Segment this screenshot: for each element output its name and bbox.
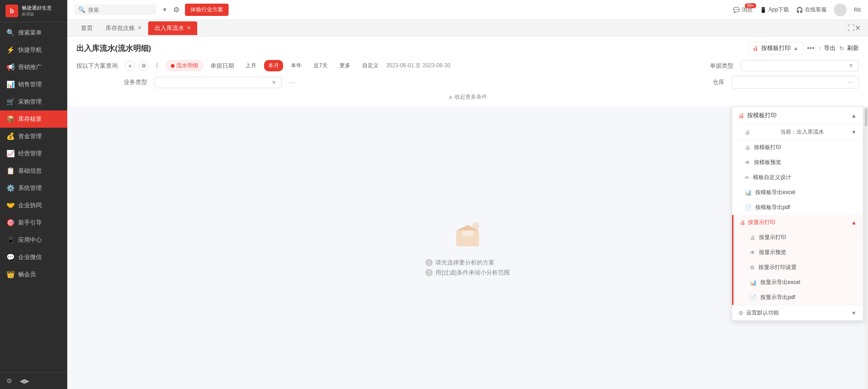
crown-icon: 👑: [6, 270, 15, 279]
dropdown-current-item[interactable]: 🖨 当前：出入库流水 ▼: [732, 125, 863, 140]
cart-icon: 🛒: [6, 98, 15, 106]
chevron-up-icon: ▲: [793, 45, 798, 51]
date-btn-last-month[interactable]: 上月: [241, 60, 260, 71]
warehouse-label: 仓库: [713, 78, 724, 86]
print-template-dropdown[interactable]: 🖨 按模板打印 ▲: [748, 42, 803, 55]
gear-icon: ⚙️: [6, 184, 15, 192]
online-service-btn[interactable]: 🎧 在线客服: [796, 6, 827, 14]
dropdown-template-excel[interactable]: 📊 按模板导出excel: [732, 185, 863, 200]
tip-text-2: 用[过滤]条件来缩小分析范围: [435, 269, 509, 277]
sidebar: b 畅捷通好生意 标准版 🔍 搜索菜单 ⚡ 快捷导航 📢 营销推广 📊 销售管理…: [0, 0, 67, 389]
doc-type-label: 单据类型: [710, 62, 733, 70]
trial-btn[interactable]: 体验行业方案: [185, 4, 229, 16]
collapse-btn[interactable]: ∧ 收起更多条件: [76, 93, 859, 101]
dropdown-template-custom[interactable]: ✏ 模板自定义设计: [732, 170, 863, 185]
date-btn-7days[interactable]: 近7天: [309, 60, 332, 71]
app-download-btn[interactable]: 📱 App下载: [760, 6, 789, 14]
sidebar-item-member[interactable]: 👑 畅会员: [0, 266, 67, 283]
biz-type-more-btn[interactable]: ···: [289, 78, 296, 87]
box-icon: 📦: [6, 115, 15, 123]
sidebar-item-finance[interactable]: 💰 资金管理: [0, 128, 67, 145]
dropdown-footer[interactable]: ⚙ 设置默认功能 ▼: [732, 305, 863, 320]
dropdown-collapse-arrow[interactable]: ▲: [851, 112, 857, 119]
sidebar-nav: 🔍 搜索菜单 ⚡ 快捷导航 📢 营销推广 📊 销售管理 🛒 采购管理 📦 库存核…: [0, 22, 67, 372]
sidebar-item-newguide[interactable]: 🎯 新手引导: [0, 214, 67, 231]
message-btn[interactable]: 💬 消息 99+: [733, 6, 753, 14]
right-scrollbar[interactable]: [864, 106, 868, 389]
sidebar-item-wechat[interactable]: 💬 企业微信: [0, 249, 67, 266]
topbar-dropdown-arrow[interactable]: ▼: [162, 6, 168, 13]
sidebar-item-appcenter[interactable]: 📱 应用中心: [0, 231, 67, 249]
filter-settings-btn[interactable]: ⚙: [139, 61, 149, 71]
dropdown-display-print[interactable]: 🖨 按显示打印: [733, 230, 863, 245]
doc-type-select[interactable]: ▼: [741, 60, 859, 71]
tab-flow[interactable]: 出入库流水 ✕: [148, 21, 197, 35]
tab-batch-close[interactable]: ✕: [138, 25, 142, 31]
preview-item-icon: 👁: [745, 160, 750, 166]
page-header: 出入库流水(流水明细) 🖨 按模板打印 ▲ ••• ↑ 导出 ↻ 刷新: [67, 36, 868, 55]
refresh-btn[interactable]: ↻ 刷新: [839, 44, 859, 52]
filter-row-1: 按以下方案查询 + ⚙ 《 流水明细 单据日期 上月 本月 本年 近7天 更多 …: [76, 60, 859, 71]
sidebar-settings-btn[interactable]: ⚙: [6, 377, 12, 384]
tab-home[interactable]: 首页: [75, 21, 99, 35]
display-pdf-icon: 📄: [750, 294, 757, 301]
dropdown-display-pdf[interactable]: 📄 按显示导出pdf: [733, 290, 863, 305]
restore-btn[interactable]: ✕: [855, 24, 861, 32]
dropdown-display-settings[interactable]: ⚙ 按显示打印设置: [733, 260, 863, 275]
search-input[interactable]: [88, 7, 143, 13]
print-template-label: 按模板打印: [761, 44, 791, 52]
warehouse-select[interactable]: ···: [732, 76, 859, 89]
sidebar-item-label: 采购管理: [18, 98, 42, 106]
export-btn[interactable]: ↑ 导出: [818, 44, 836, 52]
display-excel-icon: 📊: [750, 279, 757, 286]
date-filter: 上月 本月 本年 近7天 更多 自定义 2023-06-01 至 2023-06…: [241, 60, 703, 71]
design-item-icon: ✏: [745, 175, 749, 181]
filter-add-btn[interactable]: +: [125, 61, 135, 71]
maximize-btn[interactable]: ⛶: [848, 24, 855, 32]
biz-type-select[interactable]: ▼: [155, 77, 282, 88]
dropdown-template-preview[interactable]: 👁 按模板预览: [732, 155, 863, 170]
topbar-gear-icon[interactable]: ⚙: [173, 5, 180, 14]
tab-flow-close[interactable]: ✕: [187, 25, 191, 31]
dropdown-display-header[interactable]: 🖨 按显示打印 ▲: [733, 215, 863, 230]
date-btn-custom[interactable]: 自定义: [358, 60, 383, 71]
phone-download-icon: 📱: [760, 7, 767, 13]
sidebar-item-quicknav[interactable]: ⚡ 快捷导航: [0, 41, 67, 59]
sidebar-collapse-btn[interactable]: ◀▶: [20, 377, 30, 384]
app-logo-icon: b: [5, 5, 18, 17]
sidebar-item-search[interactable]: 🔍 搜索菜单: [0, 24, 67, 41]
sidebar-item-label: 经营管理: [18, 150, 42, 158]
more-btn[interactable]: •••: [807, 44, 815, 52]
dropdown-template-print[interactable]: 🖨 按模板打印: [732, 140, 863, 155]
topbar-search-box[interactable]: 🔍: [75, 5, 156, 15]
date-btn-this-year[interactable]: 本年: [287, 60, 306, 71]
sidebar-item-label: 系统管理: [18, 184, 42, 192]
sidebar-item-purchase[interactable]: 🛒 采购管理: [0, 93, 67, 110]
chart-icon: 📊: [6, 80, 15, 89]
display-section-arrow: ▲: [851, 219, 857, 226]
filter-row-2: 业务类型 ▼ ··· 仓库 ···: [76, 76, 859, 89]
dropdown-display-excel[interactable]: 📊 按显示导出excel: [733, 275, 863, 290]
filter-collapse-arrows[interactable]: 《: [152, 62, 159, 70]
user-avatar[interactable]: [834, 4, 847, 16]
sidebar-item-operation[interactable]: 📈 经营管理: [0, 145, 67, 162]
sidebar-item-sales[interactable]: 📊 销售管理: [0, 76, 67, 93]
trending-icon: 📈: [6, 150, 15, 158]
tip-text-1: 请先选择要分析的方案: [435, 259, 494, 267]
dropdown-template-pdf[interactable]: 📄 按模板导出pdf: [732, 200, 863, 215]
phone-icon: 📱: [6, 236, 15, 244]
filter-tag[interactable]: 流水明细: [166, 60, 203, 71]
content-area: 查询 设置 1 请先选择要分析的方案 2 用[过滤]条件来缩小分析范围: [67, 106, 868, 389]
tab-batch[interactable]: 库存批次账 ✕: [99, 21, 148, 35]
sidebar-item-system[interactable]: ⚙️ 系统管理: [0, 180, 67, 197]
sidebar-item-collab[interactable]: 🤝 企业协同: [0, 197, 67, 214]
sidebar-item-inventory[interactable]: 📦 库存核算: [0, 110, 67, 128]
dropdown-display-section: 🖨 按显示打印 ▲ 🖨 按显示打印 👁 按显示预览 ⚙ 按显示打印设置: [732, 215, 863, 305]
search-icon: 🔍: [6, 29, 15, 37]
sidebar-item-basic[interactable]: 📋 基础信息: [0, 162, 67, 180]
message-badge: 99+: [745, 3, 756, 8]
dropdown-display-preview[interactable]: 👁 按显示预览: [733, 245, 863, 260]
sidebar-item-marketing[interactable]: 📢 营销推广: [0, 59, 67, 76]
date-btn-more[interactable]: 更多: [335, 60, 354, 71]
date-btn-this-month[interactable]: 本月: [264, 60, 283, 71]
